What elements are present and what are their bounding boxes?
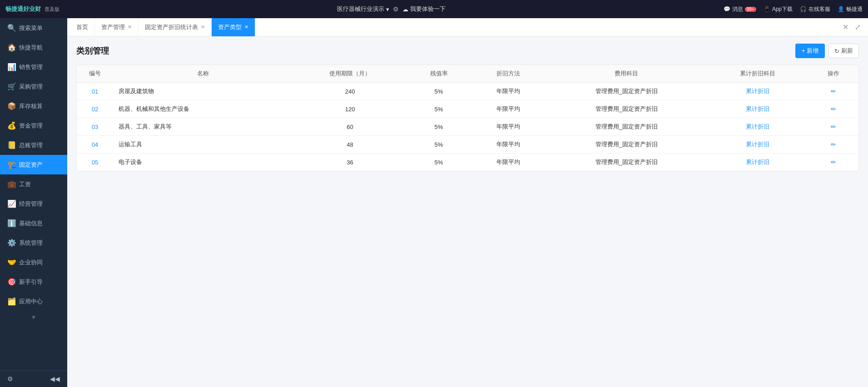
sidebar-label-payroll: 工资 <box>19 180 31 189</box>
tab-asset-type[interactable]: 资产类型 ✕ <box>212 18 255 36</box>
sidebar-label-capital: 资金管理 <box>19 122 43 130</box>
capital-icon: 💰 <box>7 121 15 130</box>
tab-asset-type-close[interactable]: ✕ <box>244 24 248 30</box>
refresh-button[interactable]: ↻ 刷新 <box>828 44 859 58</box>
cell-residual: 5% <box>407 83 470 100</box>
edit-icon[interactable]: ✏ <box>831 159 836 166</box>
sidebar-label-inventory: 库存核算 <box>19 102 43 110</box>
row-id-link[interactable]: 04 <box>92 141 98 148</box>
settings-icon[interactable]: ⚙ <box>393 5 399 13</box>
accumulated-link[interactable]: 累计折旧 <box>746 159 769 165</box>
cell-accumulated: 累计折旧 <box>707 154 808 171</box>
tab-maximize-icon[interactable]: ⤢ <box>853 23 863 31</box>
app-center-icon: 🗂️ <box>7 297 15 306</box>
cell-id: 02 <box>77 100 113 118</box>
message-label: 消息 <box>732 5 743 13</box>
layout: 🔍 搜索菜单 🏠 快捷导航 📊 销售管理 🛒 采购管理 📦 库存核算 💰 资金管… <box>0 18 868 387</box>
row-id-link[interactable]: 01 <box>92 88 98 95</box>
accumulated-link[interactable]: 累计折旧 <box>746 141 769 148</box>
feedback-icon: ☁ <box>402 6 408 13</box>
cell-name: 电子设备 <box>113 154 293 171</box>
tab-asset-mgmt-close[interactable]: ✕ <box>128 24 132 30</box>
cell-accumulated: 累计折旧 <box>707 118 808 136</box>
cell-action: ✏ <box>808 154 858 171</box>
accumulated-link[interactable]: 累计折旧 <box>746 123 769 130</box>
tab-minimize-icon[interactable]: ✕ <box>841 23 850 31</box>
col-action: 操作 <box>808 65 858 83</box>
app-download-button[interactable]: 📱 App下载 <box>764 5 793 13</box>
sidebar-item-guide[interactable]: 🎯 新手引导 <box>0 272 67 292</box>
row-id-link[interactable]: 05 <box>92 159 98 166</box>
sidebar-item-sales[interactable]: 📊 销售管理 <box>0 57 67 77</box>
sidebar-item-inventory[interactable]: 📦 库存核算 <box>0 96 67 116</box>
cell-id: 03 <box>77 118 113 136</box>
avatar-icon: 👤 <box>838 6 844 12</box>
operations-icon: 📈 <box>7 199 15 208</box>
col-accumulated: 累计折旧科目 <box>707 65 808 83</box>
edit-icon[interactable]: ✏ <box>831 123 836 130</box>
home-icon: 🏠 <box>7 43 15 52</box>
sidebar-item-app-center[interactable]: 🗂️ 应用中心 <box>0 292 67 311</box>
sidebar-item-search[interactable]: 🔍 搜索菜单 <box>0 18 67 38</box>
tab-expand-buttons: ✕ ⤢ <box>841 23 863 31</box>
message-badge: 99+ <box>745 7 756 12</box>
cell-period: 60 <box>293 118 407 136</box>
row-id-link[interactable]: 02 <box>92 106 98 113</box>
cell-name: 机器、机械和其他生产设备 <box>113 100 293 118</box>
refresh-icon: ↻ <box>834 48 839 55</box>
cell-expense: 管理费用_固定资产折旧 <box>546 136 707 154</box>
sidebar-label-search: 搜索菜单 <box>19 24 43 32</box>
sidebar-collapse-icon[interactable]: ◀◀ <box>50 375 60 382</box>
tab-asset-mgmt[interactable]: 资产管理 ✕ <box>95 18 139 36</box>
inventory-icon: 📦 <box>7 102 15 110</box>
payroll-icon: 💼 <box>7 180 15 189</box>
sidebar-label-purchase: 采购管理 <box>19 83 43 91</box>
user-info[interactable]: 👤 畅捷通 <box>838 5 863 13</box>
sidebar-item-basic-info[interactable]: ℹ️ 基础信息 <box>0 213 67 233</box>
app-edition: 普及版 <box>45 6 60 13</box>
sidebar-item-quick-nav[interactable]: 🏠 快捷导航 <box>0 38 67 57</box>
cell-method: 年限平均 <box>470 154 546 171</box>
tab-bar: 首页 资产管理 ✕ 固定资产折旧统计表 ✕ 资产类型 ✕ ✕ ⤢ <box>67 18 868 36</box>
online-service-button[interactable]: 🎧 在线客服 <box>800 5 830 13</box>
sidebar-scroll-down[interactable]: ▼ <box>0 311 67 323</box>
sidebar-label-basic-info: 基础信息 <box>19 219 43 228</box>
username: 畅捷通 <box>846 5 863 13</box>
refresh-label: 刷新 <box>841 47 853 55</box>
sidebar-label-sales: 销售管理 <box>19 63 43 71</box>
cell-period: 36 <box>293 154 407 171</box>
sidebar-item-purchase[interactable]: 🛒 采购管理 <box>0 77 67 96</box>
accumulated-link[interactable]: 累计折旧 <box>746 88 769 94</box>
tab-depreciation-close[interactable]: ✕ <box>201 24 205 30</box>
sidebar-item-payroll[interactable]: 💼 工资 <box>0 174 67 194</box>
accumulated-link[interactable]: 累计折旧 <box>746 105 769 112</box>
sales-icon: 📊 <box>7 63 15 71</box>
content-area: 类别管理 + 新增 ↻ 刷新 编号 名称 使用期限（月） <box>67 36 868 387</box>
feedback-button[interactable]: ☁ 我要体验一下 <box>402 5 446 13</box>
cell-residual: 5% <box>407 136 470 154</box>
page-title-bar: 类别管理 + 新增 ↻ 刷新 <box>76 44 859 58</box>
new-button[interactable]: + 新增 <box>795 44 825 58</box>
sidebar-item-fixed-asset[interactable]: 🏗️ 固定资产 <box>0 155 67 174</box>
edit-icon[interactable]: ✏ <box>831 105 836 113</box>
sidebar-item-collaboration[interactable]: 🤝 企业协同 <box>0 253 67 272</box>
cell-expense: 管理费用_固定资产折旧 <box>546 83 707 100</box>
sidebar-settings-icon[interactable]: ⚙ <box>7 375 13 382</box>
company-selector[interactable]: 医疗器械行业演示 ▾ <box>337 5 389 13</box>
cell-id: 01 <box>77 83 113 100</box>
message-button[interactable]: 💬 消息 99+ <box>724 5 756 13</box>
sidebar-item-operations[interactable]: 📈 经营管理 <box>0 194 67 213</box>
sidebar-item-capital[interactable]: 💰 资金管理 <box>0 116 67 135</box>
tab-home[interactable]: 首页 <box>73 18 95 36</box>
table-header-row: 编号 名称 使用期限（月） 残值率 折旧方法 费用科目 累计折旧科目 操作 <box>77 65 858 83</box>
cell-action: ✏ <box>808 100 858 118</box>
cell-action: ✏ <box>808 136 858 154</box>
tab-depreciation-table[interactable]: 固定资产折旧统计表 ✕ <box>139 18 212 36</box>
row-id-link[interactable]: 03 <box>92 124 98 130</box>
sidebar-item-ledger[interactable]: 📒 总账管理 <box>0 135 67 155</box>
edit-icon[interactable]: ✏ <box>831 141 836 148</box>
sidebar-item-system[interactable]: ⚙️ 系统管理 <box>0 233 67 253</box>
system-icon: ⚙️ <box>7 238 15 247</box>
cell-action: ✏ <box>808 83 858 100</box>
edit-icon[interactable]: ✏ <box>831 88 836 95</box>
